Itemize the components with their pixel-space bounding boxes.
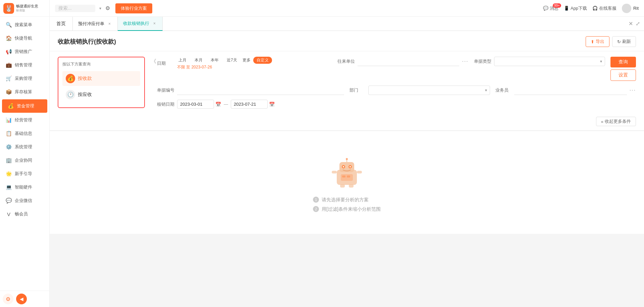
sidebar-item-库存核算[interactable]: 📦 库存核算 <box>0 85 49 99</box>
page-actions: ⬆ 导出 ↻ 刷新 <box>586 36 636 47</box>
filter-option-by-receivable[interactable]: 🕐 按应收 <box>62 87 140 102</box>
sidebar-item-资金管理[interactable]: 💰 资金管理 <box>2 99 47 113</box>
sidebar-item-企业微信[interactable]: 💬 企业微信 <box>0 194 49 207</box>
verify-date-label: 核销日期 <box>157 101 174 107</box>
export-btn[interactable]: ⬆ 导出 <box>586 36 609 47</box>
sidebar-item-label-5: 库存核算 <box>15 89 32 95</box>
dept-label: 部门 <box>350 87 366 93</box>
sidebar-item-icon-10: 🏢 <box>5 157 12 164</box>
dept-chevron-icon: ▾ <box>485 88 487 93</box>
sidebar-item-畅会员[interactable]: V 畅会员 <box>0 207 49 221</box>
date-7-days[interactable]: 近7天 <box>224 57 240 64</box>
online-service-btn[interactable]: 🎧 在线客服 <box>592 5 616 11</box>
user-avatar <box>622 4 631 13</box>
empty-tips: 1 请先选择要分析的方案 2 用[过滤]条件来缩小分析范围 <box>313 195 381 214</box>
bill-type-label: 单据类型 <box>474 58 491 64</box>
svg-rect-12 <box>347 175 350 177</box>
main-area: 搜索... ▾ ⚙ 体验行业方案 💬 消息 99+ 📱 App下载 🎧 在线客服… <box>50 0 644 307</box>
date-custom-active[interactable]: 自定义 <box>253 57 272 64</box>
sidebar-collapse-btn[interactable]: ◀ <box>16 294 27 304</box>
sidebar-item-营销推广[interactable]: 📢 营销推广 <box>0 45 49 58</box>
refresh-btn[interactable]: ↻ 刷新 <box>612 36 636 47</box>
sidebar-item-搜索菜单[interactable]: 🔍 搜索菜单 <box>0 18 49 32</box>
filter-option-by-receivable-label: 按应收 <box>78 92 92 98</box>
refresh-icon: ↻ <box>617 39 621 44</box>
verify-date-start-calendar-icon[interactable]: 📅 <box>215 102 221 107</box>
sidebar-item-icon-1: 🏠 <box>5 35 12 42</box>
sidebar-item-智能硬件[interactable]: 💻 智能硬件 <box>0 181 49 194</box>
tab-prepay-close[interactable]: × <box>107 21 112 27</box>
svg-rect-9 <box>357 171 362 173</box>
date-dash: — <box>222 102 229 107</box>
svg-rect-14 <box>349 184 354 188</box>
sidebar-item-icon-9: ⚙️ <box>5 144 12 150</box>
filter-option-by-receipt[interactable]: 💰 按收款 <box>62 71 140 86</box>
page-header: 收款核销执行(按收款) ⬆ 导出 ↻ 刷新 <box>50 31 644 51</box>
verify-date-end-input[interactable] <box>231 100 268 109</box>
date-last-month[interactable]: 上月 <box>176 57 189 64</box>
filter-option-by-receipt-label: 按收款 <box>78 75 92 82</box>
date-more[interactable]: 更多 <box>243 57 251 63</box>
partner-more-icon[interactable]: ··· <box>462 58 468 64</box>
tab-home[interactable]: 首页 <box>50 17 73 31</box>
svg-point-5 <box>350 166 351 167</box>
sidebar-item-经营管理[interactable]: 📊 经营管理 <box>0 113 49 127</box>
notification-badge: 99+ <box>553 3 561 8</box>
panel-collapse-arrow[interactable]: 《 <box>150 58 157 65</box>
sidebar-item-基础信息[interactable]: 📋 基础信息 <box>0 127 49 140</box>
sidebar-item-新手引导[interactable]: 🌟 新手引导 <box>0 167 49 181</box>
user-menu[interactable]: Rit <box>622 4 639 13</box>
logo-icon: 🐰 <box>3 3 14 14</box>
sidebar-item-label-11: 新手引导 <box>15 171 32 177</box>
sidebar-item-快捷导航[interactable]: 🏠 快捷导航 <box>0 32 49 45</box>
sidebar-item-icon-5: 📦 <box>5 89 12 95</box>
sidebar-item-icon-0: 🔍 <box>5 21 12 28</box>
messages-btn[interactable]: 💬 消息 99+ <box>543 5 558 11</box>
sidebar-item-企业协同[interactable]: 🏢 企业协同 <box>0 154 49 167</box>
settings-icon[interactable]: ⚙ <box>3 294 13 304</box>
sidebar-item-采购管理[interactable]: 🛒 采购管理 <box>0 72 49 85</box>
svg-point-7 <box>346 158 348 160</box>
sidebar-item-label-12: 智能硬件 <box>15 184 32 190</box>
svg-rect-11 <box>342 175 345 177</box>
action-buttons: 查询 设置 <box>610 57 636 81</box>
logo-badge: 标准版 <box>16 8 38 13</box>
sidebar-item-label-14: 畅会员 <box>15 211 28 217</box>
empty-illustration <box>330 158 364 188</box>
staff-more-icon[interactable]: ··· <box>630 87 636 93</box>
tip-text-1: 请先选择要分析的方案 <box>322 195 369 204</box>
svg-point-4 <box>343 166 344 167</box>
verify-date-start-input[interactable] <box>177 100 214 109</box>
robot-svg <box>330 158 364 188</box>
app-download-btn[interactable]: 📱 App下载 <box>564 5 587 11</box>
sidebar-item-label-10: 企业协同 <box>15 157 32 163</box>
headset-icon: 🎧 <box>592 6 598 11</box>
date-this-month[interactable]: 本月 <box>192 57 205 64</box>
settings-btn[interactable]: 设置 <box>610 69 636 81</box>
sidebar-item-系统管理[interactable]: ⚙️ 系统管理 <box>0 140 49 154</box>
sidebar-item-icon-12: 💻 <box>5 184 12 191</box>
verify-date-end-calendar-icon[interactable]: 📅 <box>269 102 275 107</box>
verify-date-field: 核销日期 📅 — 📅 <box>157 100 636 109</box>
query-btn[interactable]: 查询 <box>610 57 636 67</box>
staff-label: 业务员 <box>495 87 512 93</box>
filter-row-2: 单据编号 部门 ▾ 业务员 ··· <box>157 86 636 95</box>
tab-verify[interactable]: 收款核销执行 × <box>118 17 163 31</box>
topbar-chevron-icon[interactable]: ▾ <box>99 6 101 11</box>
sidebar-item-label-9: 系统管理 <box>15 144 32 150</box>
industry-btn[interactable]: 体验行业方案 <box>115 3 152 13</box>
sidebar-item-销售管理[interactable]: 💼 销售管理 <box>0 58 49 72</box>
sidebar-item-icon-14: V <box>5 211 12 217</box>
refresh-label: 刷新 <box>622 39 631 45</box>
topbar-gear-icon[interactable]: ⚙ <box>105 5 110 11</box>
collapse-more-btn[interactable]: « 收起更多条件 <box>596 117 636 126</box>
filter-right-form: 日期 上月 本月 本年 近7天 更多 自定义 不限 至 <box>157 51 644 114</box>
export-label: 导出 <box>596 39 604 45</box>
partner-label: 往来单位 <box>337 58 355 64</box>
date-this-year[interactable]: 本年 <box>208 57 221 64</box>
tab-prepay[interactable]: 预付冲应付单 × <box>73 17 118 31</box>
tab-verify-close[interactable]: × <box>152 20 157 27</box>
close-all-icon[interactable]: ✕ <box>629 20 633 27</box>
topbar: 搜索... ▾ ⚙ 体验行业方案 💬 消息 99+ 📱 App下载 🎧 在线客服… <box>50 0 644 17</box>
expand-icon[interactable]: ⤢ <box>636 20 640 27</box>
